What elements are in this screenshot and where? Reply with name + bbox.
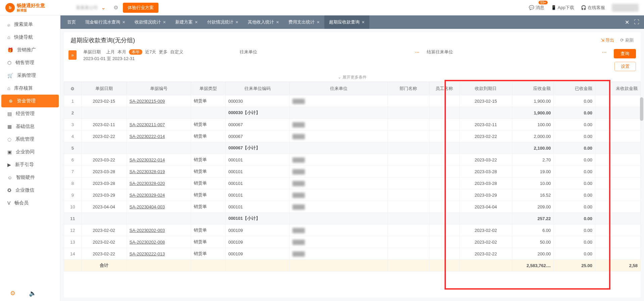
col-header[interactable]: 单据日期 (81, 82, 127, 95)
messages-link[interactable]: 💬 消息 (529, 5, 544, 11)
bill-link[interactable]: SA-20230328-020 (130, 181, 165, 186)
sidebar-item-12[interactable]: ☺智能硬件 (0, 171, 60, 184)
tab-5[interactable]: 其他收入统计✕ (243, 15, 284, 29)
sidebar-item-3[interactable]: ⬡销售管理 (0, 56, 60, 69)
sidebar-item-7[interactable]: ▤经营管理 (0, 107, 60, 120)
app-download-link[interactable]: 📱 App下载 (551, 5, 574, 11)
col-header[interactable]: 往来单位编码 (225, 82, 289, 95)
sidebar-item-4[interactable]: 🛒采购管理 (0, 69, 60, 82)
sidebar-icon: ▣ (7, 149, 12, 155)
close-icon[interactable]: ✕ (195, 20, 198, 24)
col-header[interactable]: 员工名称 (429, 82, 459, 95)
avatar[interactable] (612, 4, 639, 12)
refresh-link[interactable]: ⟳ 刷新 (620, 37, 634, 43)
bill-link[interactable]: SA-20230222-013 (130, 251, 165, 256)
sidebar-item-6[interactable]: ⊕资金管理 (1, 95, 59, 107)
date-opt-4[interactable]: 更多 (159, 49, 168, 54)
table-row[interactable]: 62023-03-22SA-20230322-014销货单000101████2… (64, 154, 641, 166)
col-header[interactable]: 收款到期日 (459, 82, 512, 95)
bill-link[interactable]: SA-20230328-019 (130, 169, 165, 174)
table-row[interactable]: 42023-02-22SA-20230222-014销货单000067████2… (64, 131, 641, 142)
gear-icon[interactable]: ⚙ (113, 4, 118, 11)
date-opt-0[interactable]: 上月 (106, 49, 115, 54)
close-icon[interactable]: ✕ (362, 20, 365, 24)
logo-icon: b (5, 3, 15, 12)
close-icon[interactable]: ✕ (235, 20, 238, 24)
tab-0[interactable]: 首页 (62, 15, 81, 29)
table-row[interactable]: 5000067【小计】2,100.000.00 (64, 142, 641, 154)
table-row[interactable]: 72023-03-28SA-20230328-019销货单000101████2… (64, 166, 641, 178)
table-row[interactable]: 11000101【小计】257.220.00 (64, 213, 641, 224)
sidebar-item-5[interactable]: ⌂库存核算 (0, 82, 60, 95)
tab-7[interactable]: 超期应收款查询✕ (324, 15, 369, 29)
expand-more-conditions[interactable]: ⌄ 展开更多条件 (64, 73, 641, 82)
org-name[interactable]: 某某某公司 (76, 5, 98, 11)
bill-link[interactable]: SA-20230222-014 (130, 134, 165, 139)
sidebar-item-label: 采购管理 (17, 72, 36, 79)
date-range: 2023-01-01 至 2023-12-31 (83, 56, 186, 62)
online-service-link[interactable]: 🎧 在线客服 (581, 5, 605, 11)
date-opt-2[interactable]: 本年 (129, 49, 142, 55)
sidebar-item-13[interactable]: ✪企业微信 (0, 184, 60, 197)
partner-unit-picker[interactable]: ⋯ (415, 50, 420, 55)
sound-icon[interactable]: 🔈 (29, 290, 36, 297)
sidebar-item-9[interactable]: ◌系统管理 (0, 133, 60, 146)
close-icon[interactable]: ✕ (163, 20, 166, 24)
tab-2[interactable]: 收款情况统计✕ (130, 15, 171, 29)
sidebar-item-10[interactable]: ▣企业协同 (0, 146, 60, 158)
sidebar-item-2[interactable]: 🎁营销推广 (0, 44, 60, 56)
col-header[interactable]: 往来单位 (289, 82, 387, 95)
tab-4[interactable]: 付款情况统计✕ (202, 15, 243, 29)
gear-column-icon[interactable]: ⚙ (64, 82, 82, 95)
bill-link[interactable]: SA-20230211-007 (130, 122, 165, 127)
bill-link[interactable]: SA-20230202-003 (130, 228, 165, 233)
col-header[interactable]: 已收金额 (554, 82, 595, 95)
table-row[interactable]: 32023-02-11SA-20230211-007销货单000067████2… (64, 119, 641, 131)
try-industry-button[interactable]: 体验行业方案 (123, 3, 158, 13)
bill-link[interactable]: SA-20230202-008 (130, 240, 165, 245)
bill-link[interactable]: SA-20230322-014 (130, 157, 165, 162)
bill-link[interactable]: SA-20230215-009 (130, 99, 165, 104)
settle-unit-picker[interactable]: ⋯ (602, 50, 607, 55)
col-header[interactable]: 部门名称 (388, 82, 429, 95)
date-opt-1[interactable]: 本月 (118, 49, 126, 54)
close-icon[interactable]: ✕ (317, 20, 320, 24)
sidebar-item-11[interactable]: ▶新手引导 (0, 158, 60, 171)
table-row[interactable]: 82023-03-28SA-20230328-020销货单000101████2… (64, 178, 641, 189)
date-opt-5[interactable]: 自定义 (170, 49, 183, 54)
table-row[interactable]: 12023-02-15SA-20230215-009销货单000030████2… (64, 95, 641, 107)
table-row[interactable]: 122023-02-02SA-20230202-003销货单000109████… (64, 224, 641, 236)
table-row[interactable]: 102023-04-04SA-20230404-003销货单000101████… (64, 201, 641, 213)
tab-1[interactable]: 现金银行流水查询✕ (81, 15, 130, 29)
close-icon[interactable]: ✕ (276, 20, 279, 24)
table-row[interactable]: 2000030【小计】1,900.000.00 (64, 107, 641, 119)
scrollbar-thumb[interactable] (640, 97, 643, 121)
col-header[interactable]: 单据编号 (127, 82, 191, 95)
table-row[interactable]: 142023-02-22SA-20230222-013销货单000109████… (64, 248, 641, 260)
fullscreen-icon[interactable]: ⛶ (634, 19, 639, 26)
tab-6[interactable]: 费用支出统计✕ (284, 15, 324, 29)
settings-button[interactable]: 设置 (614, 62, 636, 71)
close-all-icon[interactable]: ✕ (625, 19, 629, 26)
sidebar-item-label: 基础信息 (16, 123, 35, 130)
settings-icon[interactable]: ⚙ (10, 290, 15, 297)
table-wrap[interactable]: ⚙单据日期单据编号单据类型往来单位编码往来单位部门名称员工名称收款到期日应收金额… (64, 82, 641, 298)
search-button[interactable]: 查询 (614, 49, 636, 58)
collapse-filter-button[interactable]: » (68, 50, 77, 60)
sidebar-item-8[interactable]: ▦基础信息 (0, 120, 60, 133)
sidebar-item-1[interactable]: ⌂快捷导航 (0, 31, 60, 44)
bill-link[interactable]: SA-20230404-003 (130, 204, 165, 209)
table-row[interactable]: 92023-03-29SA-20230329-024销货单000101████2… (64, 189, 641, 201)
export-link[interactable]: ⇲ 导出 (601, 37, 614, 43)
date-opt-3[interactable]: 近7天 (145, 49, 156, 54)
close-icon[interactable]: ✕ (122, 20, 125, 24)
chevron-down-icon[interactable]: ⌄ (101, 4, 105, 11)
col-header[interactable]: 单据类型 (191, 82, 225, 95)
sidebar-item-0[interactable]: ⌕搜索菜单 (0, 18, 60, 31)
table-row[interactable]: 132023-02-02SA-20230202-008销货单000109████… (64, 236, 641, 248)
bill-link[interactable]: SA-20230329-024 (130, 193, 165, 198)
col-header[interactable]: 未收款金额 (595, 82, 641, 95)
col-header[interactable]: 应收金额 (512, 82, 554, 95)
tab-3[interactable]: 新建方案✕ (171, 15, 202, 29)
sidebar-item-14[interactable]: V畅会员 (0, 197, 60, 209)
